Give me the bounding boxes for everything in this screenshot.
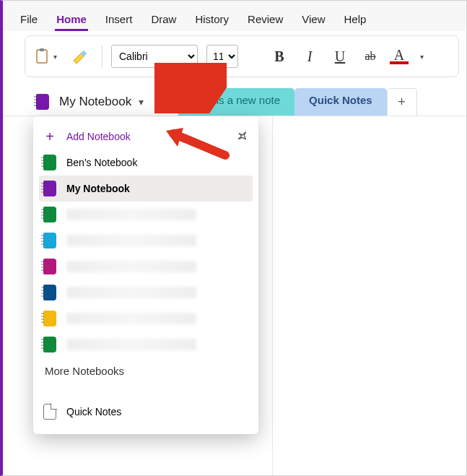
menu-help[interactable]: Help [343, 10, 368, 31]
notebook-item[interactable] [39, 202, 253, 228]
notebook-icon [43, 285, 56, 300]
menu-review[interactable]: Review [246, 10, 284, 31]
notebook-icon [36, 94, 49, 110]
notebook-item[interactable]: My Notebook [39, 176, 253, 202]
add-notebook-label: Add Notebook [66, 131, 131, 142]
more-notebooks-link[interactable]: More Notebooks [39, 358, 253, 377]
notebook-item[interactable] [39, 228, 253, 254]
bold-button[interactable]: B [269, 48, 290, 65]
menu-home[interactable]: Home [55, 10, 88, 31]
notebook-label [66, 287, 196, 298]
paste-button[interactable]: ▾ [32, 43, 58, 69]
section-tabs: This is a new note Quick Notes + [178, 88, 416, 116]
quick-notes-button[interactable]: Quick Notes [39, 399, 253, 424]
format-painter-button[interactable] [67, 43, 93, 69]
underline-button[interactable]: U [329, 48, 351, 65]
notebook-label: My Notebook [66, 183, 130, 194]
notebook-icon [43, 259, 56, 274]
chevron-down-icon[interactable]: ▾ [139, 96, 144, 108]
notebook-item[interactable] [39, 306, 253, 332]
notebook-label: Ben's Notebook [66, 157, 137, 168]
notebook-label [66, 261, 196, 272]
plus-icon: + [43, 129, 56, 145]
add-section-button[interactable]: + [387, 88, 417, 116]
separator [102, 46, 102, 67]
notebook-bar: My Notebook ▾ This is a new note Quick N… [3, 87, 466, 116]
tab-quick-notes[interactable]: Quick Notes [294, 88, 387, 116]
menu-view[interactable]: View [300, 10, 326, 31]
notebook-icon [43, 311, 56, 326]
notebook-label [66, 313, 196, 324]
italic-button[interactable]: I [299, 48, 320, 65]
pin-icon[interactable] [232, 127, 250, 145]
notebook-item[interactable] [39, 280, 253, 306]
svg-rect-1 [40, 48, 44, 51]
notebook-item[interactable]: Ben's Notebook [39, 150, 253, 176]
menu-bar: FileHomeInsertDrawHistoryReviewViewHelp [3, 1, 466, 31]
page-icon [43, 404, 56, 420]
ribbon: ▾ Calibri 11 B I U ab A ▾ [25, 35, 459, 77]
font-size-select[interactable]: 11 [206, 45, 238, 68]
notebook-icon [43, 337, 56, 352]
svg-rect-0 [37, 50, 47, 63]
notebook-label [66, 339, 196, 350]
menu-history[interactable]: History [193, 10, 230, 31]
chevron-down-icon: ▾ [53, 53, 57, 61]
add-notebook-button[interactable]: + Add Notebook [39, 124, 253, 150]
notebook-item[interactable] [39, 332, 253, 358]
current-notebook-button[interactable]: My Notebook [59, 95, 131, 109]
notebook-dropdown: + Add Notebook Ben's NotebookMy Notebook… [33, 116, 258, 434]
quick-notes-label: Quick Notes [66, 406, 121, 417]
chevron-down-icon[interactable]: ▾ [420, 53, 424, 61]
menu-file[interactable]: File [19, 10, 39, 31]
notebook-label [66, 209, 196, 220]
notebook-icon [43, 207, 56, 222]
menu-draw[interactable]: Draw [149, 10, 178, 31]
strikethrough-button[interactable]: ab [359, 50, 381, 63]
tab-new-note[interactable]: This is a new note [178, 88, 294, 116]
notebook-label [66, 235, 196, 246]
font-family-select[interactable]: Calibri [111, 45, 198, 68]
menu-insert[interactable]: Insert [104, 10, 134, 31]
notebook-icon [43, 155, 56, 170]
notebook-icon [43, 233, 56, 248]
notebook-icon [43, 181, 56, 196]
divider [272, 116, 273, 475]
font-color-button[interactable]: A [390, 48, 409, 64]
notebook-item[interactable] [39, 254, 253, 280]
